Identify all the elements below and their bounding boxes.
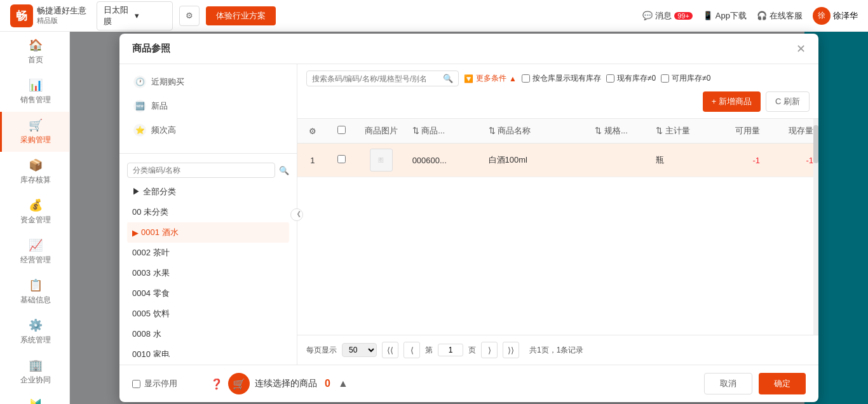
warehouse-checkbox-label[interactable]: 按仓库显示现有库存 (522, 73, 601, 84)
stock-ne0-checkbox[interactable] (606, 74, 614, 83)
modal-close-button[interactable]: ✕ (796, 43, 806, 55)
category-item-0005[interactable]: 0005 饮料 (127, 304, 289, 324)
sidebar-item-basic[interactable]: 📋 基础信息 (0, 272, 69, 312)
col-header-code[interactable]: ⇅ 商品... (407, 119, 484, 144)
show-disabled-label[interactable]: 显示停用 (132, 378, 177, 389)
sidebar-item-guide[interactable]: 🔰 新手引导 (0, 392, 69, 404)
row-checkbox-cell[interactable] (328, 144, 355, 177)
category-item-all[interactable]: ▶ 全部分类 (127, 182, 289, 202)
online-service-button[interactable]: 🎧 在线客服 (757, 10, 803, 22)
headset-icon: 🎧 (757, 11, 767, 20)
footer-center: ❓ 🛒 连续选择的商品 0 ▲ (210, 373, 348, 394)
clock-icon: 🕐 (133, 76, 146, 88)
modal-overlay: 商品参照 ✕ 🕐 近期购买 🆕 (70, 32, 868, 404)
filter-icon: 🔽 (464, 74, 473, 83)
search-icon[interactable]: 🔍 (443, 74, 453, 83)
logo-sub: 精品版 (37, 16, 86, 25)
collapse-left-button[interactable]: 《 (290, 208, 303, 221)
category-item-0008[interactable]: 0008 水 (127, 324, 289, 344)
category-label: 00 未分类 (132, 206, 168, 218)
sidebar-item-system[interactable]: ⚙️ 系统管理 (0, 312, 69, 352)
sidebar-item-label: 企业协同 (20, 375, 51, 386)
category-item-00[interactable]: 00 未分类 (127, 202, 289, 222)
sidebar-item-home[interactable]: 🏠 首页 (0, 32, 69, 72)
sales-icon: 📊 (29, 78, 43, 92)
select-all-checkbox[interactable] (337, 126, 346, 134)
app-download-button[interactable]: 📱 App下载 (703, 10, 747, 22)
service-label: 在线客服 (770, 10, 803, 22)
category-item-0003[interactable]: 0003 水果 (127, 263, 289, 283)
avail-ne0-checkbox[interactable] (661, 74, 669, 83)
stock-ne0-checkbox-label[interactable]: 现有库存≠0 (606, 73, 656, 84)
new-product-button[interactable]: 🆕 新品 (127, 96, 289, 116)
collapse-cart-button[interactable]: ▲ (338, 378, 348, 389)
add-product-button[interactable]: + 新增商品 (703, 91, 761, 112)
modal-body: 🕐 近期购买 🆕 新品 ⭐ 频次高 (119, 64, 818, 365)
sidebar-item-label: 基础信息 (20, 295, 51, 306)
sidebar-item-label: 首页 (28, 55, 43, 65)
arrow-icon: ▶ (132, 228, 139, 238)
col-header-spec[interactable]: ⇅ 规格... (590, 119, 651, 144)
product-search-input[interactable] (312, 74, 439, 83)
company-selector[interactable]: 日太阳膜 ▾ (97, 1, 173, 30)
sidebar-item-label: 销售管理 (20, 95, 51, 105)
prev-page-button[interactable]: ⟨ (403, 342, 420, 358)
sidebar-item-label: 资金管理 (20, 215, 51, 226)
avail-ne0-label: 可用库存≠0 (672, 73, 710, 84)
current-page-input[interactable] (438, 344, 463, 356)
user-avatar-area[interactable]: 徐 徐泽华 (813, 7, 858, 25)
table-scrollbar[interactable] (813, 119, 818, 335)
product-search-box[interactable]: 🔍 (306, 71, 459, 86)
category-label: 0001 酒水 (141, 227, 179, 238)
cancel-button[interactable]: 取消 (704, 373, 752, 394)
modal-left-panel: 🕐 近期购买 🆕 新品 ⭐ 频次高 (119, 64, 297, 365)
enterprise-icon: 🏢 (29, 358, 43, 372)
next-page-button[interactable]: ⟩ (481, 342, 498, 358)
message-button[interactable]: 💬 消息 99+ (642, 10, 693, 22)
last-page-button[interactable]: ⟩⟩ (503, 342, 519, 358)
help-icon[interactable]: ❓ (210, 378, 223, 390)
category-item-0004[interactable]: 0004 零食 (127, 283, 289, 304)
col-header-stock: 现存量 (765, 119, 818, 144)
sidebar-item-finance[interactable]: 💰 资金管理 (0, 192, 69, 232)
avail-ne0-checkbox-label[interactable]: 可用库存≠0 (661, 73, 710, 84)
message-badge: 99+ (674, 12, 693, 20)
col-header-name[interactable]: ⇅ 商品名称 (484, 119, 590, 144)
category-label: 0003 水果 (132, 267, 170, 279)
chevron-up-icon: ▲ (509, 74, 517, 83)
sidebar-item-inventory[interactable]: 📦 库存核算 (0, 152, 69, 192)
refresh-table-button[interactable]: C 刷新 (766, 91, 810, 112)
sidebar-item-enterprise[interactable]: 🏢 企业协同 (0, 352, 69, 392)
cart-button[interactable]: 🛒 (228, 373, 250, 394)
col-header-unit[interactable]: ⇅ 主计量 (651, 119, 704, 144)
category-item-0010[interactable]: 0010 家电 (127, 344, 289, 357)
category-item-0002[interactable]: 0002 茶叶 (127, 243, 289, 263)
confirm-button[interactable]: 确定 (759, 373, 806, 394)
row-num: 1 (297, 144, 328, 177)
category-item-0001[interactable]: ▶ 0001 酒水 (127, 222, 289, 243)
filter-more-button[interactable]: 🔽 更多条件 ▲ (464, 73, 517, 84)
modal-toolbar: 🔍 🔽 更多条件 ▲ 按仓库显示现有库存 (297, 64, 818, 119)
per-page-select[interactable]: 50 100 200 (342, 343, 377, 357)
trial-button[interactable]: 体验行业方案 (206, 6, 276, 25)
frequent-button[interactable]: ⭐ 频次高 (127, 120, 289, 140)
sidebar-item-sales[interactable]: 📊 销售管理 (0, 72, 69, 112)
sidebar-item-purchase[interactable]: 🛒 采购管理 (0, 112, 69, 152)
settings-button[interactable]: ⚙ (179, 6, 200, 26)
first-page-button[interactable]: ⟨⟨ (382, 342, 398, 358)
show-disabled-checkbox[interactable] (132, 380, 140, 388)
col-header-check (328, 119, 355, 144)
message-icon: 💬 (642, 11, 653, 20)
recent-purchase-button[interactable]: 🕐 近期购买 (127, 72, 289, 92)
table-row[interactable]: 1 图 (297, 144, 818, 177)
search-category-icon[interactable]: 🔍 (279, 166, 289, 175)
category-search-input[interactable] (127, 163, 275, 178)
navbar: 畅 畅捷通好生意 精品版 日太阳膜 ▾ ⚙ 体验行业方案 💬 消息 99+ 📱 … (0, 0, 868, 32)
category-label: 0005 饮料 (132, 308, 170, 320)
row-checkbox[interactable] (337, 155, 346, 163)
settings-col-icon[interactable]: ⚙ (309, 126, 316, 136)
company-name: 日太阳膜 (104, 4, 135, 27)
warehouse-checkbox[interactable] (522, 74, 530, 83)
row-img-cell: 图 (355, 144, 407, 177)
sidebar-item-operation[interactable]: 📈 经营管理 (0, 232, 69, 272)
